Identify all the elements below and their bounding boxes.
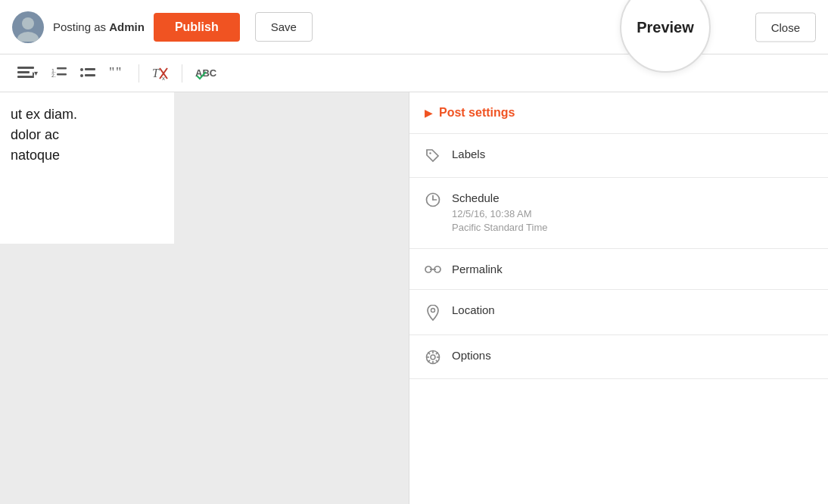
toolbar-separator [139,64,139,82]
align-icon[interactable]: ▾ [12,63,43,84]
blockquote-icon[interactable]: "" [104,63,131,84]
svg-line-38 [428,360,431,362]
editor-toolbar: ▾ 1.2. "" T x ABC [0,54,828,92]
location-content: Location [452,303,495,316]
svg-point-10 [80,68,83,71]
schedule-icon [425,192,441,207]
label-icon [425,148,441,163]
sidebar-item-schedule[interactable]: Schedule 12/5/16, 10:38 AM Pacific Stand… [409,178,828,249]
sidebar-section-title: Post settings [439,106,515,120]
editor-content[interactable]: ut ex diam. dolor ac natoque [0,92,174,244]
svg-rect-9 [57,73,67,76]
svg-rect-2 [17,67,34,69]
posting-as-label: Posting as Admin [53,20,145,33]
options-label: Options [452,349,491,362]
permalink-icon [425,263,441,275]
svg-rect-11 [85,68,95,70]
svg-line-36 [436,360,438,362]
svg-point-12 [80,74,83,77]
chevron-icon: ▶ [425,107,433,119]
labels-label: Labels [452,148,485,160]
sidebar: ▶ Post settings Labels [409,92,828,504]
options-content: Options [452,349,491,362]
svg-point-21 [429,152,431,154]
toolbar-separator-2 [182,64,182,82]
permalink-label: Permalink [452,263,503,275]
svg-point-0 [22,17,34,30]
svg-text:2.: 2. [51,73,56,78]
editor-area[interactable]: ut ex diam. dolor ac natoque [0,92,409,504]
spellcheck-icon[interactable]: ABC [190,63,222,84]
schedule-label: Schedule [452,191,547,204]
post-settings-header[interactable]: ▶ Post settings [409,92,828,134]
schedule-sublabel: 12/5/16, 10:38 AM Pacific Standard Time [452,207,547,235]
svg-point-30 [431,355,435,359]
header: Posting as Admin Publish Save Preview Cl… [0,0,828,54]
svg-line-37 [436,353,438,355]
svg-line-35 [428,353,431,355]
svg-text:x: x [162,75,165,80]
sidebar-item-labels[interactable]: Labels [409,134,828,178]
sidebar-item-options[interactable]: Options [409,335,828,379]
svg-text:": " [109,67,114,80]
schedule-content: Schedule 12/5/16, 10:38 AM Pacific Stand… [452,191,547,235]
options-icon [425,350,441,365]
location-label: Location [452,303,495,316]
clear-formatting-icon[interactable]: T x [147,63,174,84]
sidebar-item-permalink[interactable]: Permalink [409,249,828,290]
main-area: ut ex diam. dolor ac natoque ▶ Post sett… [0,92,828,504]
close-button[interactable]: Close [755,12,816,42]
ordered-list-icon[interactable]: 1.2. [46,63,72,84]
unordered-list-icon[interactable] [75,63,101,84]
location-icon [425,304,441,321]
svg-rect-13 [85,74,95,76]
svg-rect-7 [57,67,67,70]
save-button[interactable]: Save [255,12,313,42]
svg-point-28 [431,309,435,313]
svg-point-1 [17,32,39,42]
avatar [12,11,44,43]
permalink-content: Permalink [452,263,503,275]
svg-text:T: T [152,67,160,79]
publish-button[interactable]: Publish [154,13,240,42]
sidebar-item-location[interactable]: Location [409,290,828,335]
labels-content: Labels [452,148,485,160]
svg-rect-4 [17,76,34,78]
svg-text:": " [116,67,121,80]
svg-rect-3 [17,71,30,73]
